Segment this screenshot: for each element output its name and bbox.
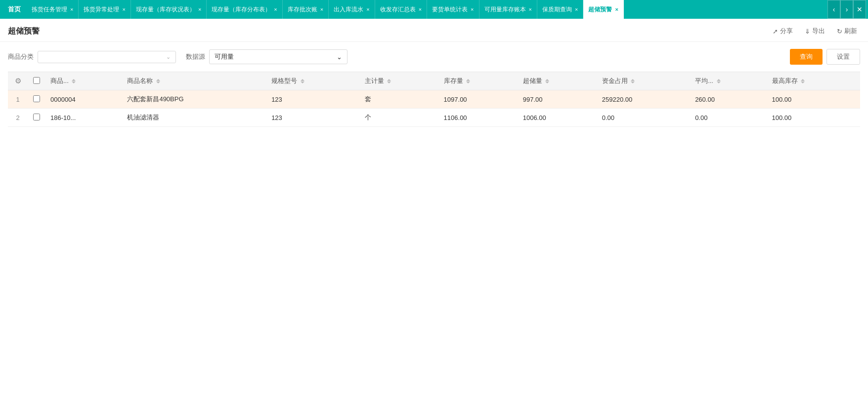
datasource-filter-label: 数据源 <box>186 52 205 61</box>
category-select[interactable]: ⌄ <box>38 51 176 63</box>
tab-3[interactable]: 现存量（库存状况表） × <box>131 0 207 19</box>
tab-4[interactable]: 现存量（库存分布表） × <box>207 0 282 19</box>
th-code: 商品... <box>45 72 122 90</box>
th-over: 超储量 <box>518 72 597 90</box>
cell-unit: 个 <box>360 109 439 127</box>
query-button[interactable]: 查询 <box>790 49 823 65</box>
th-unit-label: 主计量 <box>365 77 384 84</box>
tab-9-close[interactable]: × <box>529 6 532 12</box>
cell-no: 1 <box>8 90 28 109</box>
cell-max: 100.00 <box>767 109 860 127</box>
tab-7-label: 收发存汇总表 <box>380 5 416 14</box>
tab-5[interactable]: 库存批次账 × <box>283 0 329 19</box>
tab-8-label: 要货单统计表 <box>432 5 468 14</box>
sort-icon-spec[interactable] <box>301 79 304 83</box>
th-capital-label: 资金占用 <box>602 77 628 84</box>
sort-icon-unit[interactable] <box>387 79 391 83</box>
datasource-filter-group: 数据源 可用量 ⌄ <box>186 49 347 64</box>
sort-icon-capital[interactable] <box>631 79 635 83</box>
export-label: 导出 <box>812 27 825 36</box>
page-header: 超储预警 ➚ 分享 ⇓ 导出 ↻ 刷新 <box>0 19 868 42</box>
sort-icon-avg[interactable] <box>717 79 721 83</box>
cell-avg: 260.00 <box>690 90 767 109</box>
tab-4-close[interactable]: × <box>274 6 277 12</box>
select-all-checkbox[interactable] <box>33 77 40 84</box>
tab-11-label: 超储预警 <box>588 5 612 14</box>
page-content: 超储预警 ➚ 分享 ⇓ 导出 ↻ 刷新 商品分类 ⌄ 数据源 <box>0 19 868 395</box>
tab-9[interactable]: 可用量库存账本 × <box>479 0 537 19</box>
cell-max: 100.00 <box>767 90 860 109</box>
nav-next-button[interactable]: › <box>840 0 853 19</box>
tab-10[interactable]: 保质期查询 × <box>537 0 583 19</box>
th-gear: ⚙ <box>8 72 28 90</box>
tab-3-label: 现存量（库存状况表） <box>136 5 195 14</box>
th-max-label: 最高库存 <box>772 77 798 84</box>
page-title: 超储预警 <box>8 26 40 37</box>
nav-close-button[interactable]: ✕ <box>853 0 866 19</box>
tab-2[interactable]: 拣货异常处理 × <box>79 0 130 19</box>
cell-code: 186-10... <box>45 109 122 127</box>
tab-7[interactable]: 收发存汇总表 × <box>375 0 427 19</box>
th-stock-label: 库存量 <box>444 77 463 84</box>
tab-10-close[interactable]: × <box>575 6 578 12</box>
tab-7-close[interactable]: × <box>419 6 422 12</box>
gear-icon[interactable]: ⚙ <box>15 77 21 85</box>
sort-icon-code[interactable] <box>72 79 76 83</box>
tab-11[interactable]: 超储预警 × <box>583 0 623 19</box>
table-body: 1 0000004 六配套新昌490BPG 123 套 1097.00 997.… <box>8 90 860 127</box>
nav-home[interactable]: 首页 <box>2 5 27 14</box>
cell-no: 2 <box>8 109 28 127</box>
share-label: 分享 <box>780 27 793 36</box>
nav-arrows: ‹ › ✕ <box>827 0 866 19</box>
share-icon: ➚ <box>773 28 778 35</box>
tab-5-close[interactable]: × <box>320 6 323 12</box>
table-header-row: ⚙ 商品... 商品名称 <box>8 72 860 90</box>
cell-stock: 1097.00 <box>439 90 518 109</box>
settings-button[interactable]: 设置 <box>826 49 860 65</box>
th-name: 商品名称 <box>122 72 266 90</box>
export-button[interactable]: ⇓ 导出 <box>802 25 828 38</box>
tab-1[interactable]: 拣货任务管理 × <box>27 0 79 19</box>
cell-over: 1006.00 <box>518 109 597 127</box>
th-over-label: 超储量 <box>523 77 542 84</box>
tab-2-label: 拣货异常处理 <box>84 5 119 14</box>
tab-1-label: 拣货任务管理 <box>32 5 67 14</box>
filter-area: 商品分类 ⌄ 数据源 可用量 ⌄ 查询 设置 <box>0 42 868 72</box>
cell-capital: 0.00 <box>597 109 690 127</box>
cell-over: 997.00 <box>518 90 597 109</box>
sort-icon-name[interactable] <box>156 79 160 83</box>
cell-spec: 123 <box>266 109 359 127</box>
th-spec: 规格型号 <box>266 72 359 90</box>
refresh-icon: ↻ <box>837 28 842 35</box>
cell-code: 0000004 <box>45 90 122 109</box>
datasource-select-value: 可用量 <box>215 52 234 61</box>
row-checkbox-0[interactable] <box>33 95 40 102</box>
page-actions: ➚ 分享 ⇓ 导出 ↻ 刷新 <box>770 25 860 38</box>
th-capital: 资金占用 <box>597 72 690 90</box>
tab-8[interactable]: 要货单统计表 × <box>427 0 479 19</box>
tab-3-close[interactable]: × <box>198 6 201 12</box>
tab-1-close[interactable]: × <box>70 6 73 12</box>
category-filter-group: 商品分类 ⌄ <box>8 51 176 63</box>
th-spec-label: 规格型号 <box>271 77 297 84</box>
datasource-select[interactable]: 可用量 ⌄ <box>209 49 347 64</box>
cell-name: 六配套新昌490BPG <box>122 90 266 109</box>
cell-checkbox <box>28 109 45 127</box>
th-max: 最高库存 <box>767 72 860 90</box>
tab-8-close[interactable]: × <box>471 6 474 12</box>
tab-6[interactable]: 出入库流水 × <box>329 0 375 19</box>
cell-avg: 0.00 <box>690 109 767 127</box>
tab-6-close[interactable]: × <box>366 6 369 12</box>
sort-icon-over[interactable] <box>545 79 549 83</box>
share-button[interactable]: ➚ 分享 <box>770 25 796 38</box>
tab-2-close[interactable]: × <box>122 6 125 12</box>
refresh-button[interactable]: ↻ 刷新 <box>834 25 860 38</box>
tab-9-label: 可用量库存账本 <box>484 5 526 14</box>
top-nav: 首页 拣货任务管理 × 拣货异常处理 × 现存量（库存状况表） × 现存量（库存… <box>0 0 868 19</box>
sort-icon-stock[interactable] <box>466 79 470 83</box>
sort-icon-max[interactable] <box>801 79 805 83</box>
cell-unit: 套 <box>360 90 439 109</box>
nav-prev-button[interactable]: ‹ <box>827 0 840 19</box>
row-checkbox-1[interactable] <box>33 114 40 120</box>
tab-11-close[interactable]: × <box>615 6 618 12</box>
